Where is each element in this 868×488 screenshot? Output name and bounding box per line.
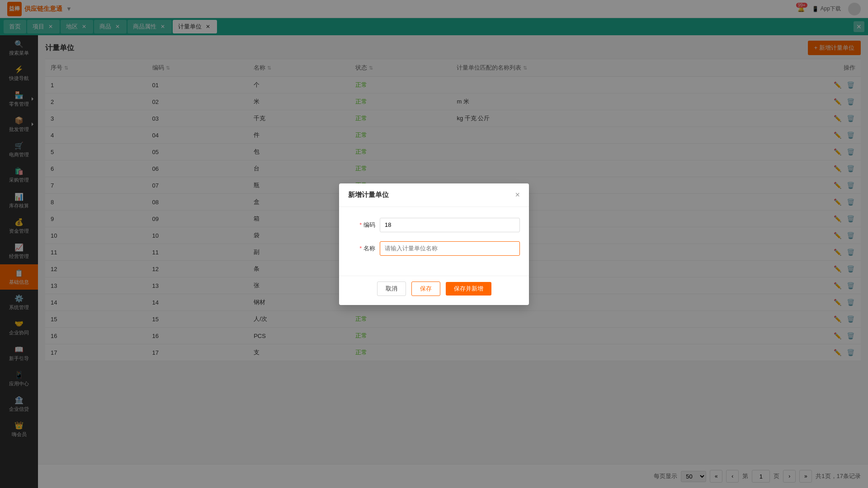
modal-title: 新增计量单位 [348, 191, 389, 199]
name-label: 名称 [348, 244, 375, 253]
save-button[interactable]: 保存 [411, 282, 440, 296]
modal-footer: 取消 保存 保存并新增 [339, 276, 529, 305]
modal-header: 新增计量单位 × [339, 183, 529, 207]
code-input[interactable] [380, 218, 520, 232]
code-label: 编码 [348, 221, 375, 229]
add-unit-modal: 新增计量单位 × 编码 名称 取消 保存 保存并新增 [339, 183, 529, 305]
name-input[interactable] [380, 241, 520, 256]
form-item-name: 名称 [348, 241, 520, 256]
modal-body: 编码 名称 [339, 207, 529, 276]
modal-close-button[interactable]: × [515, 191, 520, 199]
modal-overlay: 新增计量单位 × 编码 名称 取消 保存 保存并新增 [0, 0, 868, 488]
save-and-new-button[interactable]: 保存并新增 [446, 282, 491, 296]
cancel-button[interactable]: 取消 [377, 282, 406, 296]
form-item-code: 编码 [348, 218, 520, 232]
